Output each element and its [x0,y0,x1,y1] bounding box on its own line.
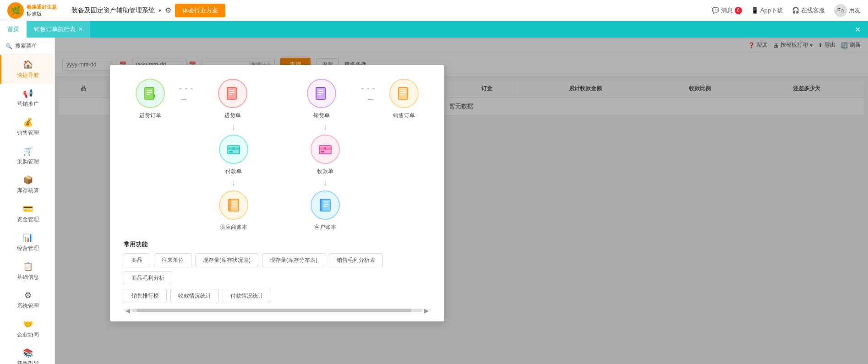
payment-circle[interactable]: ¥ [219,135,248,164]
scrollbar-thumb[interactable] [136,309,411,312]
func-btn-product-margin[interactable]: 商品毛利分析 [124,271,172,285]
sidebar-item-sales[interactable]: 💰 销售管理 [0,113,55,141]
system-title-area: 装备及固定资产辅助管理系统 ▾ ⚙ 体验行业方案 [62,4,712,17]
svg-rect-9 [316,87,325,99]
function-btns-row1: 商品 往来单位 现存量(库存状况表) 现存量(库存分布表) 销售毛利分析表 商品… [124,253,431,285]
sidebar-item-quick-nav[interactable]: 🏠 快捷导航 [0,55,55,84]
flow-node-purchase-slip: ✓ 进货单 [206,79,260,120]
app-download-btn[interactable]: 📱 App下载 [751,6,783,15]
scroll-right-arrow[interactable]: ▶ [422,307,431,314]
guide-icon: 📚 [23,348,33,358]
sales-slip-label: 销货单 [313,112,330,120]
flow-row-3: 供应商账本 [124,190,353,231]
header-right: 💬 消息 6 📱 App下载 🎧 在线客服 Ea 用友 [712,4,861,17]
finance-icon: 💳 [23,204,33,214]
logo-icon: 🌿 [7,2,24,19]
message-btn[interactable]: 💬 消息 6 [712,6,742,15]
flow-node-customer-ledger: 客户账本 [298,190,353,231]
supplier-ledger-circle[interactable] [219,190,248,220]
sidebar-item-enterprise[interactable]: 🤝 企业协同 [0,315,55,343]
modal-scrollbar: ◀ ▶ [124,309,431,312]
svg-rect-26 [229,199,231,211]
func-btn-inventory-status[interactable]: 现存量(库存状况表) [195,253,258,267]
flow-node-receipt: ¥ 收款单 [298,135,353,175]
brand-sub: 标准版 [27,11,57,17]
main-layout: 🔍 搜索菜单 🏠 快捷导航 📢 营销推广 💰 销售管理 🛒 采购管理 📦 库存核… [0,38,868,364]
message-icon: 💬 [712,7,719,14]
arrow-1: - - - → [177,83,206,115]
common-functions-title: 常用功能 [124,240,431,249]
sidebar: 🔍 搜索菜单 🏠 快捷导航 📢 营销推广 💰 销售管理 🛒 采购管理 📦 库存核… [0,38,55,364]
tab-home[interactable]: 首页 [0,21,27,38]
flow-node-sales-order: 销售订单 [377,79,431,120]
function-btns-row2: 销售排行榜 收款情况统计 付款情况统计 [124,289,431,303]
tab-bar: 首页 销售订单执行表 ✕ ✕ [0,21,868,38]
sidebar-item-operations[interactable]: 📊 经营管理 [0,228,55,257]
flow-node-supplier-ledger: 供应商账本 [206,190,261,231]
down-arrow-purchase: ↓ [206,122,261,132]
func-btn-inventory-dist[interactable]: 现存量(库存分布表) [262,253,325,267]
func-btn-payment-stats[interactable]: 付款情况统计 [223,289,271,303]
func-btn-product[interactable]: 商品 [124,253,150,267]
enterprise-icon: 🤝 [23,319,33,329]
search-icon: 🔍 [5,43,12,49]
user-area[interactable]: Ea 用友 [834,4,861,17]
down-arrow-payment: ↓ [206,178,261,188]
customer-ledger-label: 客户账本 [314,223,336,231]
user-name: 用友 [849,6,861,15]
sidebar-item-system[interactable]: ⚙ 系统管理 [0,286,55,315]
online-service-btn[interactable]: 🎧 在线客服 [792,6,825,15]
func-btn-partner[interactable]: 往来单位 [154,253,191,267]
sales-order-circle[interactable] [389,79,419,108]
settings-icon[interactable]: ⚙ [165,6,171,15]
svg-text:¥: ¥ [324,146,326,151]
purchase-slip-circle[interactable]: ✓ [218,79,247,108]
flow-row-2: ¥ 付款单 ¥ [124,135,353,175]
sidebar-item-guide[interactable]: 📚 新手引导 [0,343,55,364]
customer-ledger-circle[interactable] [311,190,340,220]
window-close-icon[interactable]: ✕ [855,25,868,34]
system-dropdown-btn[interactable]: ▾ [158,7,161,14]
trial-button[interactable]: 体验行业方案 [175,4,225,17]
func-btn-sales-rank[interactable]: 销售排行榜 [124,289,167,303]
purchase-icon: 🛒 [23,146,33,156]
svg-rect-31 [320,199,322,211]
payment-label: 付款单 [225,168,242,175]
flow-row-1: 进货订单 - - - → ✓ [124,79,431,120]
tab-close-icon[interactable]: ✕ [78,26,83,33]
search-menu[interactable]: 🔍 搜索菜单 [0,38,55,55]
sidebar-item-basic-info[interactable]: 📋 基础信息 [0,257,55,286]
func-btn-sales-margin[interactable]: 销售毛利分析表 [329,253,383,267]
download-icon: 📱 [751,7,759,14]
quick-nav-icon: 🏠 [23,60,33,70]
purchase-order-circle[interactable] [136,79,165,108]
top-header: 🌿 畅康通好生意 标准版 装备及固定资产辅助管理系统 ▾ ⚙ 体验行业方案 💬 … [0,0,868,21]
flow-diagram: 进货订单 - - - → ✓ [124,79,431,231]
supplier-ledger-label: 供应商账本 [220,223,247,231]
content-area: ❓ 帮助 🖨 按模板打印 ▾ ⬆ 导出 🔄 刷新 📅 [55,38,868,364]
scrollbar-track[interactable] [132,309,422,312]
system-icon: ⚙ [24,290,32,300]
receipt-circle[interactable]: ¥ [311,135,340,164]
flow-node-sales-slip: 销货单 [295,79,349,120]
service-icon: 🎧 [792,7,799,14]
marketing-icon: 📢 [23,88,33,98]
sales-slip-circle[interactable] [307,79,336,108]
sidebar-item-marketing[interactable]: 📢 营销推广 [0,84,55,113]
purchase-slip-label: 进货单 [224,112,241,120]
sidebar-item-purchase[interactable]: 🛒 采购管理 [0,141,55,170]
inventory-icon: 📦 [23,175,33,185]
sidebar-item-inventory[interactable]: 📦 库存核算 [0,170,55,199]
common-functions: 常用功能 商品 往来单位 现存量(库存状况表) 现存量(库存分布表) 销售毛利分… [124,240,431,303]
down-arrow-receipt: ↓ [298,178,353,188]
func-btn-receipt-stats[interactable]: 收款情况统计 [170,289,219,303]
svg-rect-0 [145,87,154,99]
scroll-left-arrow[interactable]: ◀ [124,307,132,314]
brand-name: 畅康通好生意 [27,4,57,10]
sales-order-label: 销售订单 [393,112,415,120]
sidebar-item-finance[interactable]: 💳 资金管理 [0,199,55,228]
tab-sales-order[interactable]: 销售订单执行表 ✕ [27,21,90,38]
logo-area: 🌿 畅康通好生意 标准版 [7,2,62,19]
operations-icon: 📊 [23,233,33,243]
modal-dialog: 进货订单 - - - → ✓ [110,65,444,321]
